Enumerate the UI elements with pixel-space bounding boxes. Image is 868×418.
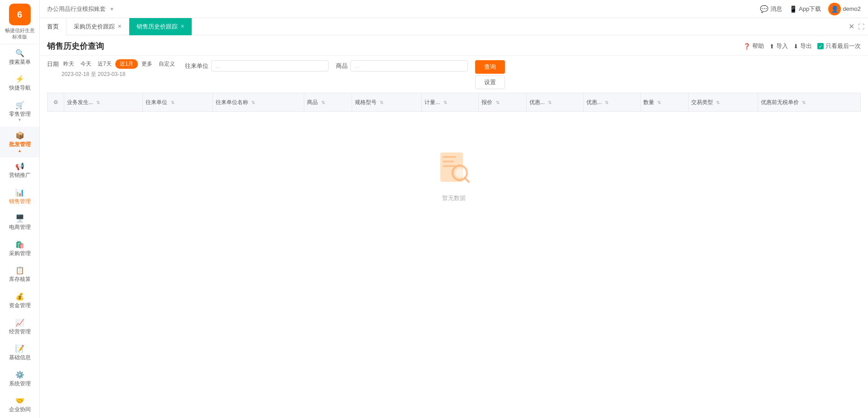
data-table: ⚙ 业务发生... ⇅ 往来单位 ⇅ 往来单位名称 ⇅ [47, 93, 861, 112]
retail-icon: 🛒 [15, 101, 24, 109]
top-header: 办公用品行业模拟账套 ▼ 💬 消息 📱 App下载 👤 demo2 [40, 0, 868, 18]
tab-sales-close[interactable]: ✕ [180, 24, 184, 29]
only-last-label: 只看最后一次 [826, 42, 861, 50]
empty-text: 暂无数据 [442, 194, 466, 202]
sidebar-item-inventory[interactable]: 📋 库存核算 [0, 261, 39, 288]
tab-purchase-history[interactable]: 采购历史价跟踪 ✕ [66, 18, 129, 35]
user-menu[interactable]: 👤 demo2 [828, 3, 861, 15]
avatar: 👤 [828, 3, 841, 15]
only-last-checkbox[interactable]: ✓ 只看最后一次 [817, 42, 861, 50]
product-input[interactable]: ... [350, 60, 468, 71]
sidebar-item-ops-mgmt[interactable]: 📈 经营管理 [0, 314, 39, 340]
col-biz-date[interactable]: 业务发生... ⇅ [64, 93, 143, 112]
partner-input[interactable]: ... [211, 60, 329, 71]
download-icon: 📱 [789, 5, 797, 13]
app-download-button[interactable]: 📱 App下载 [789, 5, 821, 13]
quick-nav-icon: ⚡ [15, 75, 24, 83]
empty-svg [434, 148, 474, 189]
date-range: 2023-02-18 至 2023-03-18 [61, 71, 125, 77]
sidebar-item-marketing[interactable]: 📢 营销推广 [0, 157, 39, 184]
sort-pre-tax-price-icon: ⇅ [802, 100, 806, 105]
sidebar-item-enterprise-coop[interactable]: 🤝 企业协同 [0, 392, 39, 418]
col-partner-code[interactable]: 往来单位 ⇅ [143, 93, 212, 112]
table-container: ⚙ 业务发生... ⇅ 往来单位 ⇅ 往来单位名称 ⇅ [40, 93, 868, 228]
query-button[interactable]: 查询 [475, 60, 505, 74]
wholesale-icon: 📦 [15, 131, 24, 140]
tab-actions: ✕ ⛶ [849, 22, 868, 31]
sidebar-item-purchase-mgmt[interactable]: 🛍️ 采购管理 [0, 236, 39, 262]
svg-point-5 [455, 168, 464, 177]
empty-icon [434, 148, 474, 189]
message-button[interactable]: 💬 消息 [760, 5, 782, 13]
col-discount1[interactable]: 优惠... ⇅ [527, 93, 584, 112]
sort-discount2-icon: ⇅ [605, 100, 609, 105]
svg-rect-3 [443, 165, 455, 167]
col-discount2[interactable]: 优惠... ⇅ [584, 93, 641, 112]
logo-icon: 6 [9, 4, 31, 25]
sidebar-item-sys-mgmt[interactable]: ⚙️ 系统管理 [0, 366, 39, 392]
export-label: 导出 [800, 42, 812, 50]
expand-icon: ▼ [18, 118, 22, 122]
sidebar-item-sales-mgmt[interactable]: 📊 销售管理 [0, 184, 39, 210]
system-icon: ⚙️ [15, 370, 24, 379]
tab-home-label: 首页 [47, 23, 59, 31]
message-label: 消息 [770, 5, 782, 13]
sidebar-logo: 6 畅捷信好生意 标准版 [0, 0, 39, 44]
search-icon: 🔍 [15, 49, 24, 57]
date-label: 日期 [47, 60, 59, 68]
tab-close-all-button[interactable]: ✕ [849, 22, 854, 31]
sidebar-item-basic-info[interactable]: 📝 基础信息 [0, 340, 39, 366]
tab-home[interactable]: 首页 [40, 18, 66, 35]
col-quoted-price[interactable]: 报价 ⇅ [479, 93, 527, 112]
col-trade-type[interactable]: 交易类型 ⇅ [688, 93, 758, 112]
export-icon: ⬇ [793, 43, 798, 50]
date-btn-custom[interactable]: 自定义 [156, 59, 178, 69]
col-pre-tax-price[interactable]: 优惠前无税单价 ⇅ [758, 93, 860, 112]
sort-unit-icon: ⇅ [443, 100, 447, 105]
svg-line-6 [465, 178, 469, 182]
message-icon: 💬 [760, 5, 769, 13]
sidebar-item-finance-mgmt[interactable]: 💰 资金管理 [0, 288, 39, 314]
date-btn-more[interactable]: 更多 [139, 59, 155, 69]
date-btn-today[interactable]: 今天 [78, 59, 94, 69]
header-right: 💬 消息 📱 App下载 👤 demo2 [760, 3, 861, 15]
settings-button[interactable]: 设置 [475, 76, 505, 89]
checkbox-icon: ✓ [817, 43, 824, 49]
date-btn-yesterday[interactable]: 昨天 [61, 59, 77, 69]
date-btn-1month[interactable]: 近1月 [115, 59, 138, 69]
sidebar-item-ecommerce-mgmt[interactable]: 🖥️ 电商管理 [0, 209, 39, 236]
page-body: 销售历史价查询 ❓ 帮助 ⬆ 导入 ⬇ 导出 ✓ 只看最后一次 [40, 35, 868, 418]
page-header: 销售历史价查询 ❓ 帮助 ⬆ 导入 ⬇ 导出 ✓ 只看最后一次 [40, 35, 868, 56]
help-label: 帮助 [752, 42, 764, 50]
tab-sales-history[interactable]: 销售历史价跟踪 ✕ [129, 18, 192, 35]
help-button[interactable]: ❓ 帮助 [743, 42, 764, 50]
partner-filter-group: 往来单位 ... [185, 60, 329, 71]
sidebar-item-label: 零售管理 [9, 111, 31, 118]
date-btn-7days[interactable]: 近7天 [95, 59, 114, 69]
sidebar-item-retail-mgmt[interactable]: 🛒 零售管理 ▼ [0, 96, 39, 127]
col-discount1-label: 优惠... [529, 99, 545, 105]
sidebar-item-search-menu[interactable]: 🔍 搜索菜单 [0, 44, 39, 71]
import-button[interactable]: ⬆ 导入 [769, 42, 788, 50]
date-filter-group: 日期 昨天 今天 近7天 近1月 更多 自定义 2023-02-18 至 202… [47, 59, 178, 78]
sidebar-item-wholesale-mgmt[interactable]: 📦 批发管理 ▲ [0, 127, 39, 157]
dropdown-icon[interactable]: ▼ [109, 6, 114, 12]
tab-purchase-close[interactable]: ✕ [118, 24, 122, 29]
sidebar-item-label: 企业协同 [9, 406, 31, 413]
table-settings-button[interactable]: ⚙ [50, 97, 61, 108]
col-product[interactable]: 商品 ⇅ [304, 93, 352, 112]
sidebar-item-quick-nav[interactable]: ⚡ 快捷导航 [0, 70, 39, 96]
tab-fullscreen-button[interactable]: ⛶ [858, 23, 864, 30]
col-partner-name[interactable]: 往来单位名称 ⇅ [212, 93, 304, 112]
import-label: 导入 [776, 42, 788, 50]
sidebar-menu: 🔍 搜索菜单 ⚡ 快捷导航 🛒 零售管理 ▼ 📦 批发管理 ▲ 📢 营销推广 📊… [0, 44, 39, 418]
col-unit[interactable]: 计量... ⇅ [422, 93, 479, 112]
export-button[interactable]: ⬇ 导出 [793, 42, 812, 50]
finance-icon: 💰 [15, 292, 24, 301]
app-title: 办公用品行业模拟账套 [47, 5, 106, 13]
col-quantity[interactable]: 数量 ⇅ [640, 93, 688, 112]
product-filter-group: 商品 ... [336, 60, 468, 71]
sort-spec-icon: ⇅ [380, 100, 383, 105]
col-spec[interactable]: 规格型号 ⇅ [352, 93, 422, 112]
page-title: 销售历史价查询 [47, 41, 104, 52]
